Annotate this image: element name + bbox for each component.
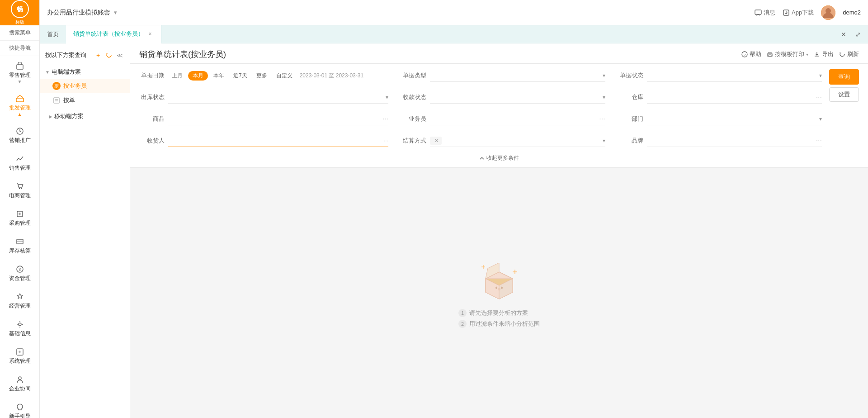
- filter-consignee: 收货人 ···: [139, 134, 388, 147]
- consignee-input[interactable]: ···: [168, 134, 388, 147]
- sidebar-item-enterprise[interactable]: 企业协同: [2, 370, 38, 397]
- sidebar-item-retail[interactable]: 零售管理 ▼: [2, 57, 38, 89]
- export-icon: [814, 51, 820, 57]
- date-control: 上月 本月 本年 近7天 更多 自定义 2023-03-01 至 2023-03…: [168, 70, 388, 81]
- tab-sales-stat[interactable]: 销货单统计表（按业务员） ×: [66, 25, 161, 43]
- goods-dots-icon: ···: [382, 115, 388, 123]
- scheme-item-by-bill[interactable]: 按单: [40, 93, 130, 108]
- department-select[interactable]: ▾: [647, 113, 822, 125]
- refresh-btn[interactable]: 刷新: [839, 50, 859, 58]
- sidebar-item-finance[interactable]: ¥ 资金管理: [2, 260, 38, 287]
- date-btn-custom[interactable]: 自定义: [273, 70, 296, 81]
- refresh-scheme-icon[interactable]: [104, 51, 113, 60]
- out-status-select[interactable]: ▾: [168, 91, 388, 104]
- sidebar-item-newbie[interactable]: 新手引导: [2, 398, 38, 418]
- date-btn-this-month[interactable]: 本月: [188, 71, 208, 81]
- sidebar-item-system-label: 系统管理: [9, 357, 31, 365]
- goods-select[interactable]: ···: [168, 113, 388, 125]
- tip-num-1: 1: [458, 309, 467, 317]
- sidebar-item-marketing[interactable]: 营销推广: [2, 122, 38, 149]
- payment-status-arrow-icon: ▾: [603, 94, 605, 100]
- salesman-select[interactable]: ···: [430, 113, 605, 125]
- sidebar-item-purchase[interactable]: 采购管理: [2, 205, 38, 232]
- company-name: 办公用品行业模拟账套: [47, 9, 110, 17]
- sidebar-item-marketing-label: 营销推广: [9, 137, 31, 144]
- svg-point-6: [21, 188, 22, 189]
- page-title: 销货单统计表(按业务员): [139, 49, 226, 60]
- user-name[interactable]: demo2: [843, 9, 861, 16]
- brand-select[interactable]: ···: [647, 134, 822, 147]
- print-dropdown-icon[interactable]: ▾: [806, 52, 808, 57]
- topbar-right: 消息 App下载 demo2: [755, 5, 861, 20]
- tab-close-window-btn[interactable]: ✕: [837, 28, 850, 41]
- tab-close-icon[interactable]: ×: [146, 30, 154, 38]
- collapse-panel-icon[interactable]: ≪: [115, 51, 124, 60]
- logo-text: 标版: [15, 19, 24, 25]
- bill-type-arrow-icon: ▾: [603, 72, 605, 79]
- department-label: 部门: [614, 115, 643, 123]
- settlement-tag-close-icon[interactable]: ✕: [434, 138, 439, 144]
- date-btn-7days[interactable]: 近7天: [230, 70, 251, 81]
- svg-rect-10: [17, 239, 23, 244]
- message-action[interactable]: 消息: [755, 9, 775, 17]
- bill-status-label: 单据状态: [614, 71, 643, 80]
- app-download-label: App下载: [792, 9, 814, 17]
- svg-point-14: [19, 323, 21, 326]
- date-btn-more[interactable]: 更多: [253, 70, 271, 81]
- bill-type-select[interactable]: ▾: [430, 69, 605, 82]
- app-download-action[interactable]: App下载: [783, 9, 814, 17]
- sidebar-item-wholesale[interactable]: 批发管理 ▲: [2, 90, 38, 121]
- payment-status-select[interactable]: ▾: [430, 91, 605, 104]
- scheme-item-by-salesman[interactable]: 按 按业务员: [40, 79, 130, 93]
- filter-out-status: 出库状态 ▾: [139, 91, 388, 104]
- date-btn-this-year[interactable]: 本年: [210, 70, 228, 81]
- collapse-filter-btn[interactable]: 收起更多条件: [139, 152, 859, 162]
- marketing-icon: [15, 127, 24, 136]
- tip-item-2: 2 用过滤条件来缩小分析范围: [458, 320, 540, 328]
- filter-brand: 品牌 ···: [614, 134, 822, 147]
- help-icon: ?: [741, 51, 748, 57]
- filter-row-2: 出库状态 ▾ 收款状态 ▾: [139, 91, 822, 104]
- settlement-label: 结算方式: [397, 137, 426, 145]
- goods-label: 商品: [139, 115, 165, 123]
- right-panel: 销货单统计表(按业务员) ? 帮助 按模板打印 ▾ 导出: [130, 43, 868, 418]
- user-avatar[interactable]: [821, 5, 835, 20]
- bill-status-select[interactable]: ▾: [647, 69, 822, 82]
- inventory-icon: [15, 237, 24, 246]
- sidebar-item-sales[interactable]: 销售管理: [2, 150, 38, 176]
- scheme-group-mobile-title[interactable]: ▶ 移动端方案: [40, 109, 130, 123]
- page-header-actions: ? 帮助 按模板打印 ▾ 导出 刷新: [741, 50, 859, 58]
- tab-maximize-btn[interactable]: ⤢: [852, 28, 864, 41]
- sidebar-item-basic[interactable]: 基础信息: [2, 315, 38, 342]
- sidebar-item-ecommerce[interactable]: 电商管理: [2, 177, 38, 204]
- collapse-filter-icon: [479, 156, 485, 161]
- warehouse-select[interactable]: ···: [647, 91, 822, 104]
- filter-row-3: 商品 ··· 业务员 ···: [139, 113, 822, 125]
- sidebar-item-inventory[interactable]: 库存核算: [2, 233, 38, 259]
- query-button[interactable]: 查询: [829, 69, 859, 85]
- consignee-label: 收货人: [139, 137, 165, 145]
- sidebar-item-system[interactable]: 系统管理: [2, 343, 38, 370]
- tip-text-1: 请先选择要分析的方案: [469, 309, 528, 317]
- help-btn[interactable]: ? 帮助: [741, 50, 761, 58]
- svg-text:?: ?: [744, 53, 746, 57]
- search-menu-label[interactable]: 搜索菜单: [0, 29, 39, 37]
- filter-department: 部门 ▾: [614, 113, 822, 125]
- sidebar-logo[interactable]: 畅 标版: [0, 0, 39, 25]
- shortcut-label[interactable]: 快捷导航: [0, 43, 39, 54]
- scheme-group-pc-title[interactable]: ▼ 电脑端方案: [40, 65, 130, 79]
- add-scheme-icon[interactable]: +: [94, 51, 103, 60]
- settlement-select[interactable]: ✕ ▾: [430, 134, 605, 147]
- date-label: 单据日期: [139, 71, 165, 80]
- print-btn[interactable]: 按模板打印 ▾: [767, 50, 808, 58]
- settings-button[interactable]: 设置: [829, 87, 859, 102]
- shortcut-nav[interactable]: 快捷导航: [0, 41, 39, 56]
- date-btn-last-month[interactable]: 上月: [168, 70, 186, 81]
- left-panel: 按以下方案查询 + ≪ ▼ 电脑端方案 按 按业务员: [40, 43, 130, 418]
- sidebar-search[interactable]: 搜索菜单: [0, 25, 39, 41]
- tab-home[interactable]: 首页: [40, 25, 66, 43]
- company-dropdown-icon[interactable]: ▾: [114, 9, 117, 16]
- sidebar-item-operation[interactable]: 经营管理: [2, 288, 38, 314]
- tabbar: 首页 销货单统计表（按业务员） × ✕ ⤢: [40, 25, 868, 43]
- export-btn[interactable]: 导出: [814, 50, 834, 58]
